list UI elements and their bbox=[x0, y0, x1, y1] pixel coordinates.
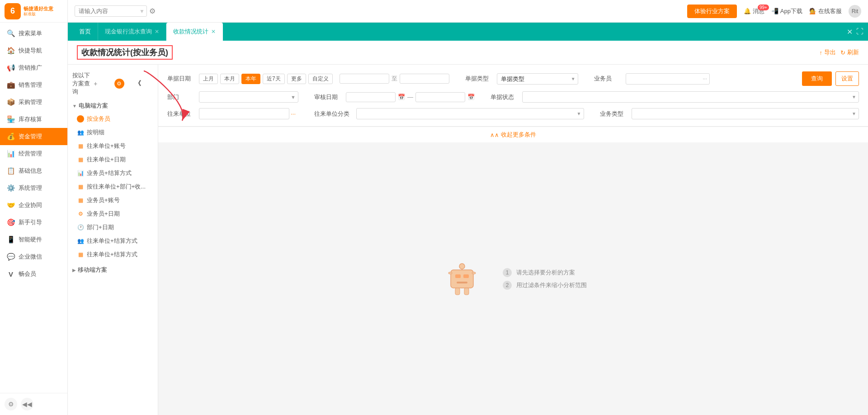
tab-bank-close[interactable]: ✕ bbox=[155, 28, 159, 35]
right-panel: 单据日期 上月 本月 本年 近7天 更多 自定义 2023-01-01 bbox=[158, 65, 868, 415]
voucher-status-label: 单据状态 bbox=[491, 93, 515, 101]
sidebar-item-quicknav[interactable]: 🏠 快捷导航 bbox=[0, 42, 67, 59]
query-btn[interactable]: 查询 bbox=[802, 71, 832, 86]
customer-account-icon: ▦ bbox=[77, 142, 84, 150]
step-num-1: 1 bbox=[503, 268, 512, 277]
scheme-item-dept-date[interactable]: 🕐 部门+日期 bbox=[68, 221, 158, 234]
page-header: 收款情况统计(按业务员) ↑ 导出 ↻ 刷新 bbox=[68, 41, 868, 65]
logo-icon: 6 bbox=[5, 3, 21, 19]
customer-type-select[interactable] bbox=[356, 108, 584, 119]
tab-collection[interactable]: 收款情况统计 ✕ bbox=[166, 23, 223, 41]
sidebar-item-finance[interactable]: 💰 资金管理 bbox=[0, 128, 67, 145]
cal-icon-right[interactable]: 📅 bbox=[467, 94, 475, 100]
cal-icon-left[interactable]: 📅 bbox=[398, 94, 405, 100]
notification-btn[interactable]: 🔔 消息 99+ bbox=[744, 7, 764, 15]
sidebar-item-operation[interactable]: 📊 经营管理 bbox=[0, 145, 67, 162]
gear-icon[interactable]: ⚙ bbox=[149, 7, 156, 15]
scheme-group-mobile-title[interactable]: ▶ 移动端方案 bbox=[68, 264, 158, 276]
operation-icon: 📊 bbox=[7, 150, 15, 158]
business-type-label: 业务类型 bbox=[600, 110, 625, 118]
voucher-status-select[interactable] bbox=[522, 91, 859, 103]
review-date-from[interactable]: yyyy-mm-dd bbox=[346, 92, 396, 102]
collapse-more-btn[interactable]: ∧∧ 收起更多条件 bbox=[158, 127, 868, 142]
sidebar-item-marketing[interactable]: 📢 营销推广 bbox=[0, 59, 67, 76]
filter-row-3: 往来单位 ··· 往来单位分类 ▼ bbox=[167, 108, 859, 119]
add-scheme-btn[interactable]: + bbox=[94, 80, 112, 87]
setting-scheme-btn[interactable]: ⚙ bbox=[114, 79, 133, 89]
close-window-btn[interactable]: ✕ bbox=[847, 28, 853, 36]
sidebar: 6 畅捷通好生意 标准版 🔍 搜索菜单 🏠 快捷导航 📢 营销推广 💼 销售管理… bbox=[0, 0, 68, 415]
sidebar-item-vip[interactable]: V 畅会员 bbox=[0, 265, 67, 283]
shortcut-last7days[interactable]: 近7天 bbox=[263, 74, 285, 84]
scheme-item-customer-payment2[interactable]: ▦ 往来单位+结算方式 bbox=[68, 248, 158, 261]
scheme-item-by-detail[interactable]: 👥 按明细 bbox=[68, 126, 158, 139]
date-to-input[interactable]: 2023-12-31 bbox=[400, 74, 449, 84]
voucher-type-select[interactable]: 单据类型 bbox=[497, 73, 578, 85]
shortcut-more[interactable]: 更多 bbox=[287, 74, 306, 84]
svg-rect-6 bbox=[455, 288, 460, 295]
customer-payment1-icon: 👥 bbox=[77, 237, 84, 245]
dept-input[interactable] bbox=[199, 91, 298, 103]
search-input[interactable] bbox=[75, 5, 147, 17]
sidebar-item-search[interactable]: 🔍 搜索菜单 bbox=[0, 25, 67, 42]
shortcut-this-year[interactable]: 本年 bbox=[241, 74, 260, 84]
setting-btn[interactable]: 设置 bbox=[835, 71, 859, 86]
review-date-to[interactable]: yyyy-mm-dd bbox=[415, 92, 465, 102]
customer-more-icon[interactable]: ··· bbox=[291, 110, 296, 117]
sidebar-item-enterprise[interactable]: 🤝 企业协同 bbox=[0, 197, 67, 214]
trial-btn[interactable]: 体验行业方案 bbox=[687, 5, 737, 18]
scheme-item-by-salesman[interactable]: 按业务员 bbox=[68, 112, 158, 126]
customer-input[interactable] bbox=[199, 108, 289, 119]
wechat-icon: 💬 bbox=[7, 253, 15, 261]
scheme-item-customer-account[interactable]: ▦ 往来单位+账号 bbox=[68, 139, 158, 153]
scheme-item-salesman-account[interactable]: ▦ 业务员+账号 bbox=[68, 193, 158, 207]
left-panel-header: 按以下方案查询 + ⚙ 《 bbox=[68, 69, 158, 99]
refresh-btn[interactable]: ↻ 刷新 bbox=[840, 48, 859, 57]
business-type-select[interactable] bbox=[632, 108, 859, 119]
sidebar-item-inventory[interactable]: 🏪 库存核算 bbox=[0, 111, 67, 128]
sidebar-item-purchase[interactable]: 📦 采购管理 bbox=[0, 94, 67, 111]
expand-window-btn[interactable]: ⛶ bbox=[856, 28, 863, 36]
sidebar-item-hardware[interactable]: 📱 智能硬件 bbox=[0, 231, 67, 248]
tab-home[interactable]: 首页 bbox=[72, 23, 98, 41]
export-btn[interactable]: ↑ 导出 bbox=[820, 48, 836, 57]
sidebar-item-system[interactable]: ⚙️ 系统管理 bbox=[0, 179, 67, 197]
tab-bank[interactable]: 现金银行流水查询 ✕ bbox=[98, 23, 166, 41]
salesman-date-icon: ⚙ bbox=[77, 210, 84, 217]
business-type-wrapper: ▼ bbox=[632, 108, 859, 119]
app-download-btn[interactable]: 📲 App下载 bbox=[771, 7, 802, 15]
scheme-item-customer-payment1[interactable]: 👥 往来单位+结算方式 bbox=[68, 234, 158, 248]
logo-text: 畅捷通好生意 标准版 bbox=[24, 5, 53, 17]
tab-collection-close[interactable]: ✕ bbox=[211, 28, 216, 35]
filter-row-2: 部门 ▼ 审核日期 yyyy-mm-dd 📅 — yyyy-mm-dd bbox=[167, 91, 859, 103]
voucher-status-wrapper: ▼ bbox=[522, 91, 859, 103]
scheme-item-customer-date[interactable]: ▦ 往来单位+日期 bbox=[68, 153, 158, 166]
settings-footer-btn[interactable]: ⚙ bbox=[5, 398, 17, 410]
sidebar-item-wechat[interactable]: 💬 企业微信 bbox=[0, 248, 67, 265]
online-service-btn[interactable]: 💁 在线客服 bbox=[809, 7, 842, 15]
shortcut-last-month[interactable]: 上月 bbox=[199, 74, 218, 84]
salesman-input[interactable] bbox=[626, 73, 710, 85]
service-icon: 💁 bbox=[809, 8, 816, 14]
date-range: 2023-01-01 至 2023-12-31 bbox=[340, 74, 449, 84]
bell-icon: 🔔 bbox=[744, 8, 751, 14]
user-avatar[interactable]: Rit bbox=[849, 5, 861, 18]
scheme-group-desktop-title[interactable]: ▼ 电脑端方案 bbox=[68, 99, 158, 112]
shortcut-custom[interactable]: 自定义 bbox=[308, 74, 333, 84]
scheme-item-salesman-payment[interactable]: 📊 业务员+结算方式 bbox=[68, 166, 158, 180]
shortcut-this-month[interactable]: 本月 bbox=[220, 74, 239, 84]
sidebar-item-guide[interactable]: 🎯 新手引导 bbox=[0, 214, 67, 231]
collapse-footer-btn[interactable]: ◀◀ bbox=[21, 398, 33, 410]
salesman-account-icon: ▦ bbox=[77, 197, 84, 204]
voucher-type-label: 单据类型 bbox=[465, 75, 490, 83]
sidebar-item-basic[interactable]: 📋 基础信息 bbox=[0, 162, 67, 179]
search-dropdown-icon: ▼ bbox=[139, 8, 145, 14]
collapse-panel-btn[interactable]: 《 bbox=[135, 80, 153, 88]
customer-type-label: 往来单位分类 bbox=[314, 110, 349, 118]
scheme-item-salesman-date[interactable]: ⚙ 业务员+日期 bbox=[68, 207, 158, 221]
customer-label: 往来单位 bbox=[167, 110, 192, 118]
sidebar-item-sales[interactable]: 💼 销售管理 bbox=[0, 76, 67, 94]
scheme-item-customer-dept[interactable]: ▦ 按往来单位+部门+收... bbox=[68, 180, 158, 193]
date-from-input[interactable]: 2023-01-01 bbox=[340, 74, 389, 84]
system-icon: ⚙️ bbox=[7, 184, 15, 192]
